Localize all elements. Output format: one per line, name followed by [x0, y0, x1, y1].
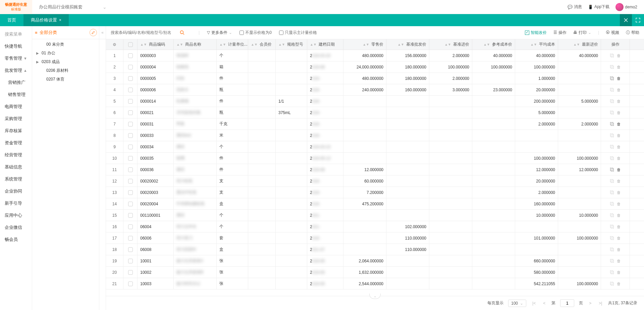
- table-row[interactable]: 7000031苹果千克2019-2.0000002.000000⿻🗑: [106, 118, 644, 130]
- copy-icon[interactable]: ⿻: [610, 133, 614, 138]
- copy-icon[interactable]: ⿻: [610, 156, 614, 161]
- table-row[interactable]: 10000035玻璃件2019-05-13100.000000100.00000…: [106, 153, 644, 164]
- sidebar-item[interactable]: 电商管理: [0, 101, 32, 113]
- delete-icon[interactable]: 🗑: [617, 156, 621, 161]
- category-node[interactable]: 0207 体育: [36, 75, 96, 84]
- copy-icon[interactable]: ⿻: [610, 247, 614, 252]
- sort-icon[interactable]: ▲▼: [251, 44, 258, 46]
- copy-icon[interactable]: ⿻: [610, 224, 614, 229]
- smart-price-button[interactable]: 智能改价: [525, 30, 547, 36]
- hide-zero-price-checkbox[interactable]: 不显示价格为0: [239, 30, 272, 36]
- sort-icon[interactable]: ▲▼: [363, 44, 369, 46]
- delete-icon[interactable]: 🗑: [617, 236, 621, 241]
- prev-page-button[interactable]: <: [542, 301, 547, 306]
- checkbox[interactable]: [279, 31, 283, 35]
- copy-icon[interactable]: ⿻: [610, 88, 614, 92]
- sidebar-item[interactable]: 经营管理: [0, 149, 32, 161]
- sidebar-item[interactable]: 企业微信: [0, 221, 32, 234]
- checkbox[interactable]: [128, 179, 133, 184]
- table-row[interactable]: 30000005衬衫件2019-480.000000180.0000002.00…: [106, 73, 644, 84]
- table-row[interactable]: 1910001扬力文具套装A张2019-052,064.000000660.00…: [106, 255, 644, 267]
- row-select[interactable]: [123, 255, 138, 266]
- delete-icon[interactable]: 🗑: [617, 99, 621, 104]
- table-row[interactable]: 50000014杜康酒件1/12019-200.0000005.000000⿻🗑: [106, 96, 644, 107]
- row-select[interactable]: [123, 73, 138, 84]
- column-header[interactable]: ▲▼参考成本价: [472, 39, 515, 50]
- checkbox[interactable]: [128, 281, 133, 286]
- checkbox[interactable]: [239, 31, 244, 35]
- delete-icon[interactable]: 🗑: [617, 202, 621, 206]
- column-header[interactable]: ▲▼规格型号: [276, 39, 307, 50]
- checkbox[interactable]: [128, 76, 133, 81]
- copy-icon[interactable]: ⿻: [610, 236, 614, 241]
- close-icon[interactable]: ×: [59, 18, 61, 22]
- checkbox[interactable]: [128, 122, 133, 126]
- table-row[interactable]: 1200020002得力铅笔支2019-60.00000020.000000⿻🗑: [106, 175, 644, 187]
- table-row[interactable]: 15001100001测试个2021-10.00000010.000000⿻🗑: [106, 210, 644, 221]
- table-row[interactable]: 1706006得力剪刀套2019-110.000000101.000000100…: [106, 232, 644, 244]
- checkbox[interactable]: [128, 110, 133, 115]
- table-row[interactable]: 2110003扬力时尚办公张2019-052,544.000000542.211…: [106, 278, 644, 290]
- sort-icon[interactable]: ▲▼: [278, 44, 285, 46]
- copy-icon[interactable]: ⿻: [610, 259, 614, 263]
- user-menu[interactable]: demo2: [615, 3, 637, 11]
- checkbox[interactable]: [128, 190, 133, 195]
- sidebar-item[interactable]: 营销推广: [0, 76, 32, 89]
- delete-icon[interactable]: 🗑: [617, 122, 621, 126]
- sidebar-item[interactable]: 应用中心: [0, 209, 32, 221]
- column-header[interactable]: ▲▼会员价: [248, 39, 276, 50]
- help-button[interactable]: ⓘ 帮助: [626, 30, 639, 36]
- row-select[interactable]: [123, 221, 138, 232]
- row-select[interactable]: [123, 267, 138, 278]
- delete-icon[interactable]: 🗑: [617, 167, 621, 172]
- row-select[interactable]: [123, 175, 138, 187]
- checkbox[interactable]: [128, 99, 133, 104]
- delete-icon[interactable]: 🗑: [617, 145, 621, 149]
- workspace-selector[interactable]: 办公用品行业模拟账套 ⌄: [39, 4, 107, 10]
- edit-category-button[interactable]: [90, 29, 97, 36]
- tab-price-settings[interactable]: 商品价格设置 ×: [23, 14, 69, 26]
- checkbox[interactable]: [128, 270, 133, 275]
- sidebar-item[interactable]: 快捷导航: [0, 40, 32, 52]
- select-all-checkbox[interactable]: [128, 42, 133, 47]
- copy-icon[interactable]: ⿻: [610, 202, 614, 206]
- copy-icon[interactable]: ⿻: [610, 190, 614, 195]
- delete-icon[interactable]: 🗑: [617, 179, 621, 184]
- checkbox[interactable]: [128, 88, 133, 92]
- row-select[interactable]: [123, 164, 138, 175]
- sidebar-item[interactable]: 销售管理: [0, 89, 32, 101]
- row-select[interactable]: [123, 153, 138, 164]
- category-node[interactable]: 00 未分类: [36, 40, 96, 49]
- per-page-select[interactable]: 100 ⌄: [508, 300, 526, 307]
- sidebar-item[interactable]: 畅会员: [0, 234, 32, 246]
- delete-icon[interactable]: 🗑: [617, 190, 621, 195]
- delete-icon[interactable]: 🗑: [617, 270, 621, 275]
- column-header[interactable]: ▲▼商品名称: [174, 39, 217, 50]
- column-header[interactable]: ▲▼基准批发价: [386, 39, 429, 50]
- table-row[interactable]: 6000021洋河蓝色经典瓶375mL2019-5.000000⿻🗑: [106, 107, 644, 118]
- column-header[interactable]: ▲▼建档日期: [307, 39, 343, 50]
- delete-icon[interactable]: 🗑: [617, 65, 621, 69]
- copy-icon[interactable]: ⿻: [610, 122, 614, 126]
- copy-icon[interactable]: ⿻: [610, 213, 614, 218]
- table-row[interactable]: 10000003保温杯个2019-03-20480.000000156.0000…: [106, 50, 644, 61]
- checkbox[interactable]: [128, 236, 133, 241]
- copy-icon[interactable]: ⿻: [610, 76, 614, 81]
- row-select[interactable]: [123, 278, 138, 289]
- row-select[interactable]: [123, 96, 138, 107]
- sort-icon[interactable]: ▲▼: [483, 44, 490, 46]
- copy-icon[interactable]: ⿻: [610, 270, 614, 275]
- row-select[interactable]: [123, 141, 138, 152]
- sort-icon[interactable]: ▲▼: [397, 44, 404, 46]
- delete-icon[interactable]: 🗑: [617, 224, 621, 229]
- delete-icon[interactable]: 🗑: [617, 247, 621, 252]
- column-header[interactable]: 操作: [601, 39, 630, 50]
- row-select[interactable]: [123, 187, 138, 198]
- video-button[interactable]: ⦿ 视频: [606, 30, 619, 36]
- sidebar-item[interactable]: 新手引导: [0, 197, 32, 209]
- delete-icon[interactable]: 🗑: [617, 213, 621, 218]
- column-header[interactable]: [123, 39, 138, 50]
- operations-button[interactable]: ☰ 操作: [553, 30, 567, 36]
- column-header[interactable]: ▲▼计量单位...: [217, 39, 248, 50]
- sidebar-item[interactable]: 系统管理: [0, 173, 32, 185]
